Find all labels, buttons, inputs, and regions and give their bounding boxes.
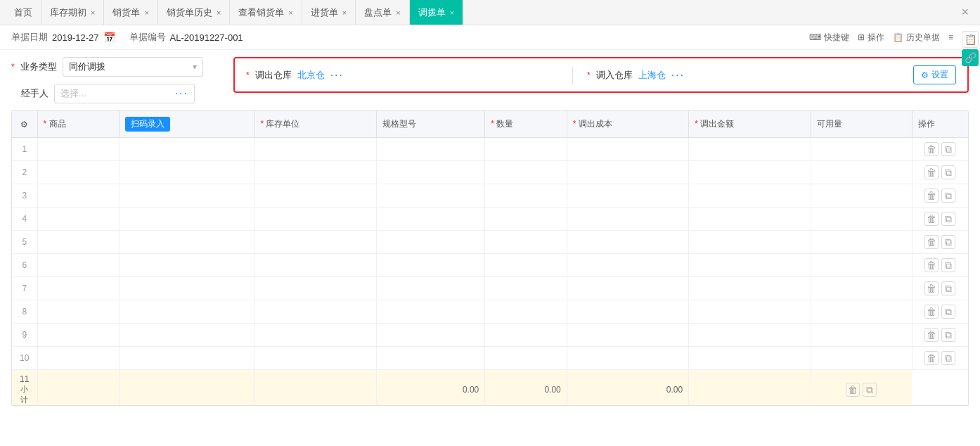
cell-unit[interactable] — [254, 161, 376, 184]
sidebar-link-icon[interactable]: 🔗 — [962, 49, 979, 66]
sidebar-doc-icon[interactable]: 📋 — [962, 31, 979, 48]
tab-home[interactable]: 首页 — [6, 0, 41, 25]
copy-icon[interactable]: ⧉ — [941, 212, 955, 226]
cell-quantity[interactable] — [485, 324, 567, 347]
cell-transfer-cost[interactable] — [567, 277, 688, 300]
cell-quantity[interactable] — [485, 231, 567, 254]
business-type-select[interactable]: 同价调拨 ▾ — [63, 57, 203, 77]
shortcut-btn[interactable]: ⌨ 快捷键 — [809, 32, 849, 44]
tab-transfer-close[interactable]: × — [450, 8, 454, 17]
tab-view-sales[interactable]: 查看销货单 × — [230, 0, 302, 25]
cell-product[interactable] — [37, 231, 119, 254]
cell-quantity[interactable] — [485, 300, 567, 324]
cell-spec[interactable] — [376, 324, 484, 347]
tab-stocktake-close[interactable]: × — [396, 8, 400, 17]
cell-transfer-amount[interactable] — [689, 184, 811, 208]
history-btn[interactable]: 📋 历史单据 — [893, 32, 940, 44]
delete-icon[interactable]: 🗑 — [924, 142, 939, 156]
cell-spec[interactable] — [376, 300, 484, 324]
cell-product[interactable] — [37, 208, 119, 231]
copy-icon[interactable]: ⧉ — [941, 305, 955, 319]
cell-transfer-amount[interactable] — [689, 300, 811, 324]
cell-product[interactable] — [37, 347, 119, 370]
warehouse-out-more-btn[interactable]: ··· — [330, 69, 344, 82]
cell-transfer-cost[interactable] — [567, 231, 688, 254]
tab-view-sales-close[interactable]: × — [288, 8, 292, 17]
delete-icon[interactable]: 🗑 — [924, 258, 939, 272]
cell-transfer-cost[interactable] — [567, 184, 688, 208]
cell-unit[interactable] — [254, 208, 376, 231]
copy-icon[interactable]: ⧉ — [941, 189, 955, 203]
cell-transfer-amount[interactable] — [689, 138, 811, 161]
manager-select[interactable]: 选择... ··· — [54, 84, 195, 103]
cell-quantity[interactable] — [485, 347, 567, 370]
cell-unit[interactable] — [254, 277, 376, 300]
main-close-button[interactable]: × — [955, 5, 974, 20]
tab-inventory-init[interactable]: 库存期初 × — [41, 0, 104, 25]
delete-icon[interactable]: 🗑 — [846, 383, 860, 397]
grid-view-btn1[interactable]: ≡ — [948, 32, 953, 42]
cell-unit[interactable] — [254, 138, 376, 161]
calendar-icon[interactable]: 📅 — [103, 32, 115, 43]
delete-icon[interactable]: 🗑 — [924, 281, 939, 295]
col-scan[interactable]: 扫码录入 — [119, 111, 254, 138]
cell-spec[interactable] — [376, 254, 484, 277]
cell-transfer-amount[interactable] — [689, 277, 811, 300]
operations-btn[interactable]: ⊞ 操作 — [858, 32, 884, 44]
tab-inventory-init-close[interactable]: × — [91, 8, 95, 17]
tab-sales-order-close[interactable]: × — [144, 8, 148, 17]
cell-spec[interactable] — [376, 347, 484, 370]
settings-button[interactable]: ⚙ 设置 — [913, 65, 956, 84]
cell-spec[interactable] — [376, 184, 484, 208]
warehouse-in-more-btn[interactable]: ··· — [671, 69, 685, 82]
cell-quantity[interactable] — [485, 254, 567, 277]
tab-sales-order[interactable]: 销货单 × — [104, 0, 157, 25]
tab-sales-history-close[interactable]: × — [217, 8, 221, 17]
cell-transfer-cost[interactable] — [567, 138, 688, 161]
cell-transfer-cost[interactable] — [567, 347, 688, 370]
cell-transfer-cost[interactable] — [567, 300, 688, 324]
cell-transfer-amount[interactable] — [689, 208, 811, 231]
col-gear[interactable]: ⚙ — [12, 111, 37, 138]
cell-transfer-amount[interactable] — [689, 254, 811, 277]
copy-icon[interactable]: ⧉ — [941, 235, 955, 249]
cell-spec[interactable] — [376, 208, 484, 231]
tab-sales-history[interactable]: 销货单历史 × — [158, 0, 230, 25]
cell-product[interactable] — [37, 277, 119, 300]
tab-transfer[interactable]: 调拨单 × — [410, 0, 463, 25]
cell-transfer-amount[interactable] — [689, 231, 811, 254]
cell-quantity[interactable] — [485, 208, 567, 231]
cell-product[interactable] — [37, 138, 119, 161]
delete-icon[interactable]: 🗑 — [924, 189, 939, 203]
cell-spec[interactable] — [376, 161, 484, 184]
cell-unit[interactable] — [254, 254, 376, 277]
cell-unit[interactable] — [254, 184, 376, 208]
cell-spec[interactable] — [376, 277, 484, 300]
delete-icon[interactable]: 🗑 — [924, 235, 939, 249]
copy-icon[interactable]: ⧉ — [941, 328, 955, 342]
cell-unit[interactable] — [254, 347, 376, 370]
tab-stocktake[interactable]: 盘点单 × — [356, 0, 409, 25]
tab-purchase-close[interactable]: × — [342, 8, 347, 17]
cell-product[interactable] — [37, 184, 119, 208]
copy-icon[interactable]: ⧉ — [941, 165, 955, 179]
cell-unit[interactable] — [254, 300, 376, 324]
tab-purchase[interactable]: 进货单 × — [302, 0, 356, 25]
copy-icon[interactable]: ⧉ — [941, 351, 955, 365]
delete-icon[interactable]: 🗑 — [924, 212, 939, 226]
cell-transfer-cost[interactable] — [567, 161, 688, 184]
cell-transfer-cost[interactable] — [567, 208, 688, 231]
cell-unit[interactable] — [254, 231, 376, 254]
manager-more-btn[interactable]: ··· — [175, 87, 188, 100]
cell-product[interactable] — [37, 300, 119, 324]
cell-transfer-amount[interactable] — [689, 324, 811, 347]
copy-icon[interactable]: ⧉ — [863, 383, 877, 397]
delete-icon[interactable]: 🗑 — [924, 351, 939, 365]
cell-quantity[interactable] — [485, 138, 567, 161]
cell-product[interactable] — [37, 254, 119, 277]
cell-transfer-cost[interactable] — [567, 254, 688, 277]
delete-icon[interactable]: 🗑 — [924, 305, 939, 319]
cell-transfer-cost[interactable] — [567, 324, 688, 347]
copy-icon[interactable]: ⧉ — [941, 258, 955, 272]
cell-transfer-amount[interactable] — [689, 161, 811, 184]
